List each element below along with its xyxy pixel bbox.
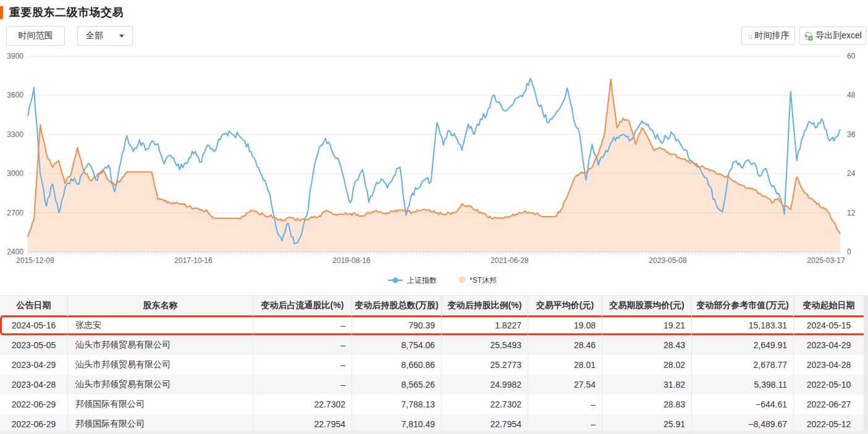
table-cell: 2022-05-10 — [794, 375, 864, 394]
column-header: 股东名称 — [68, 296, 253, 315]
x-axis-tick-label: 2021-06-28 — [491, 256, 529, 265]
column-header: 公告日期 — [0, 296, 68, 315]
table-cell: 15,183.31 — [692, 315, 794, 335]
table-cell: 25.5493 — [442, 335, 528, 355]
index-legend-marker — [393, 278, 398, 283]
table-cell: – — [253, 355, 352, 375]
export-excel-button[interactable]: x 导出到excel — [799, 27, 866, 45]
table-cell: – — [528, 394, 602, 414]
table-cell: 2023-04-29 — [0, 355, 68, 375]
table-cell: 汕头市邦领贸易有限公司 — [68, 335, 253, 355]
table-cell: 22.7302 — [442, 394, 528, 414]
right-axis-tick-label: 24 — [847, 169, 856, 178]
column-header: 变动后持股比例(%) — [442, 296, 528, 315]
column-header: 变动部分参考市值(万元) — [692, 296, 794, 315]
table-cell: 8,660.86 — [352, 355, 442, 375]
excel-export-icon: x — [804, 31, 813, 41]
table-cell: 28.43 — [602, 335, 692, 355]
shareholder-table: 公告日期股东名称变动后占流通股比(%)变动后持股总数(万股)变动后持股比例(%)… — [0, 295, 868, 434]
column-header: 交易期股票均价(元) — [602, 296, 692, 315]
stock-legend-marker — [459, 277, 466, 283]
table-cell: 28.83 — [602, 394, 692, 414]
right-axis-tick-label: 48 — [847, 91, 856, 99]
right-axis-tick-label: 0 — [847, 248, 851, 256]
table-cell: 2023-04-29 — [794, 335, 864, 355]
table-cell: 2023-04-28 — [0, 375, 68, 394]
table-row[interactable]: 2023-04-28汕头市邦领贸易有限公司–8,565.2624.998227.… — [0, 375, 868, 394]
time-range-label: 时间范围 — [19, 30, 53, 41]
svg-text:x: x — [809, 36, 812, 40]
chevron-down-icon — [119, 35, 124, 38]
x-axis-tick-label: 2017-10-16 — [174, 256, 213, 265]
right-axis-tick-label: 12 — [847, 209, 856, 217]
table-cell: 张忠安 — [68, 315, 253, 335]
x-axis-tick-label: 2015-12-09 — [16, 256, 54, 265]
table-row[interactable]: 2023-05-05汕头市邦领贸易有限公司–8,754.0625.549328.… — [0, 335, 868, 355]
table-cell: 27.54 — [528, 375, 602, 394]
export-excel-label: 导出到excel — [815, 30, 862, 41]
table-row[interactable]: 2022-06-29邦领国际有限公司22.73027,788.1322.7302… — [0, 394, 868, 414]
table-header-row: 公告日期股东名称变动后占流通股比(%)变动后持股总数(万股)变动后持股比例(%)… — [0, 295, 868, 315]
table-cell: 2022-06-27 — [794, 394, 864, 414]
column-header: 交易平均价(元) — [528, 296, 602, 315]
table-cell: 22.7302 — [253, 394, 352, 414]
table-cell: 2023-05-05 — [0, 335, 68, 355]
table-cell: −644.61 — [692, 394, 794, 414]
left-axis-tick-label: 2700 — [7, 209, 23, 217]
table-cell: 2022-06-29 — [0, 394, 68, 414]
page-title: 重要股东二级市场交易 — [9, 5, 124, 20]
title-accent-bar — [0, 6, 3, 19]
vertical-scrollbar[interactable] — [864, 295, 868, 434]
table-cell: 28.46 — [528, 335, 602, 355]
table-cell: 邦领国际有限公司 — [68, 394, 253, 414]
table-row-highlighted[interactable]: 2024-05-16张忠安–790.391.822719.0819.2115,1… — [0, 315, 868, 335]
filter-selected-value: 全部 — [86, 30, 103, 41]
x-axis-tick-label: 2019-08-16 — [332, 256, 371, 265]
column-header: 变动起始日期 — [794, 296, 864, 315]
table-cell: 8,565.26 — [352, 375, 442, 394]
table-cell: 31.82 — [602, 375, 692, 394]
page-header: 重要股东二级市场交易 — [0, 5, 124, 20]
stock-area-fill — [28, 79, 840, 252]
shareholder-trading-page: 重要股东二级市场交易 时间范围 全部 ↑↓ 时间排序 x 导出到excel 39… — [0, 0, 868, 434]
time-range-button[interactable]: 时间范围 — [6, 26, 65, 46]
table-cell: 7,788.13 — [352, 394, 442, 414]
left-axis-tick-label: 3000 — [7, 169, 23, 178]
table-body: 2024-05-16张忠安–790.391.822719.0819.2115,1… — [0, 315, 868, 434]
horizontal-scrollbar[interactable] — [0, 431, 868, 434]
table-row[interactable]: 2023-04-29汕头市邦领贸易有限公司–8,660.8625.277328.… — [0, 355, 868, 375]
left-axis-tick-label: 3900 — [7, 52, 23, 61]
x-axis-tick-label: 2025-03-17 — [807, 256, 845, 265]
table-cell: 790.39 — [352, 315, 442, 335]
legend-label-index[interactable]: 上证指数 — [407, 276, 437, 285]
sort-arrows-icon: ↑↓ — [748, 31, 754, 41]
table-cell: 1.8227 — [442, 315, 528, 335]
table-cell: 2024-05-16 — [0, 315, 68, 335]
right-axis-tick-label: 36 — [847, 130, 856, 139]
time-sort-button[interactable]: ↑↓ 时间排序 — [741, 27, 795, 45]
table-cell: 8,754.06 — [352, 335, 442, 355]
table-cell: 24.9982 — [442, 375, 528, 394]
left-axis-tick-label: 3300 — [7, 130, 23, 139]
x-axis-tick-label: 2023-05-08 — [649, 256, 687, 265]
column-header: 变动后持股总数(万股) — [352, 296, 442, 315]
table-cell: – — [253, 335, 352, 355]
legend-label-stock[interactable]: *ST沐邦 — [470, 276, 497, 285]
table-cell: 汕头市邦领贸易有限公司 — [68, 355, 253, 375]
filter-dropdown[interactable]: 全部 — [77, 26, 133, 46]
table-cell: 汕头市邦领贸易有限公司 — [68, 375, 253, 394]
right-axis-tick-label: 60 — [847, 52, 856, 61]
table-cell: 2,678.77 — [692, 355, 794, 375]
table-cell: 19.21 — [602, 315, 692, 335]
table-cell: 2023-04-28 — [794, 355, 864, 375]
table-cell: 28.01 — [528, 355, 602, 375]
shareholder-trading-chart: 390060360048330036300024270012240002015-… — [0, 52, 868, 290]
table-cell: 5,398.11 — [692, 375, 794, 394]
left-axis-tick-label: 2400 — [7, 248, 23, 256]
column-header: 变动后占流通股比(%) — [253, 296, 352, 315]
table-cell: – — [253, 315, 352, 335]
table-cell: 19.08 — [528, 315, 602, 335]
left-axis-tick-label: 3600 — [7, 91, 23, 99]
table-cell: 2,649.91 — [692, 335, 794, 355]
table-cell: – — [253, 375, 352, 394]
